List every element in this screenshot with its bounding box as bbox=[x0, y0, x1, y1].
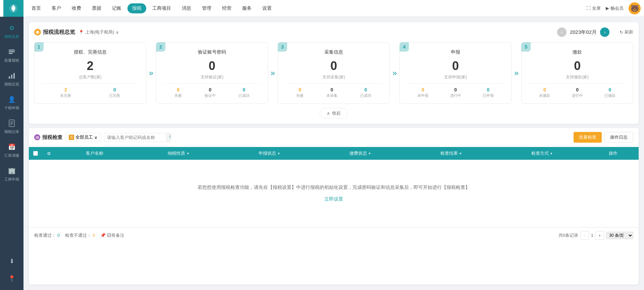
sidebar-label-settlement: 汇算清缴 bbox=[4, 153, 19, 158]
sidebar-item-download[interactable]: ⬇ bbox=[0, 253, 23, 269]
overview-header: ⊕ 报税流程总览 📍 上海(电子税局) ∨ ‹ 2023年02月 › ↻ 刷新 bbox=[34, 27, 633, 37]
month-nav: ‹ 2023年02月 › bbox=[557, 27, 609, 37]
step-4-stat-2-label: 已申报 bbox=[483, 93, 494, 98]
fullscreen-icon: ⛶ bbox=[586, 6, 591, 11]
nav-invoice[interactable]: 票据 bbox=[87, 3, 106, 13]
logo[interactable] bbox=[3, 0, 23, 17]
refresh-btn[interactable]: ↻ 刷新 bbox=[620, 29, 633, 35]
current-month: 2023年02月 bbox=[570, 29, 597, 35]
step-2-stat-2[interactable]: 0 已成功 bbox=[238, 87, 250, 98]
nav-setting[interactable]: 设置 bbox=[258, 3, 276, 13]
search-button[interactable]: 🔍 bbox=[166, 133, 171, 142]
sidebar-item-settlement[interactable]: 📅 汇算清缴 bbox=[0, 139, 23, 161]
batch-check-btn[interactable]: 批量检查 bbox=[574, 132, 602, 143]
filter-icon-method[interactable]: ▼ bbox=[550, 152, 553, 155]
tax-overview-icon bbox=[7, 71, 16, 80]
prev-month-btn[interactable]: ‹ bbox=[557, 27, 567, 37]
step-3-stat-1[interactable]: 0 未采集 bbox=[326, 87, 337, 98]
step-5-stat-0[interactable]: 0 未缴款 bbox=[539, 87, 550, 98]
nav-operate[interactable]: 经营 bbox=[217, 3, 236, 13]
step-5-stat-2[interactable]: 0 已缴款 bbox=[604, 87, 615, 98]
nav-message[interactable]: 消息 bbox=[177, 3, 196, 13]
step-3-stat-1-label: 未采集 bbox=[326, 93, 337, 98]
step-1-stats: 2 未完善 0 已完善 bbox=[41, 83, 139, 98]
step-1-stat-1-value: 0 bbox=[113, 87, 116, 92]
pass-count-link[interactable]: 0 bbox=[57, 233, 60, 238]
nav-fee[interactable]: 收费 bbox=[67, 3, 86, 13]
per-page-select[interactable]: 30 条/页 50 条/页 100 条/页 bbox=[606, 232, 633, 239]
collapse-up-icon: ∧ bbox=[327, 111, 330, 116]
sidebar-item-location[interactable]: 📍 bbox=[0, 271, 23, 287]
sidebar-item-tax-record[interactable]: 报税记录 bbox=[0, 115, 23, 138]
nav-tax[interactable]: 报税 bbox=[127, 3, 146, 13]
step-3-stat-0-value: 0 bbox=[299, 87, 301, 92]
step-1-stat-0-label: 未完善 bbox=[60, 93, 71, 98]
step-2-stat-1[interactable]: 0 验证中 bbox=[205, 87, 216, 98]
step-5-stat-1[interactable]: 0 进行中 bbox=[572, 87, 583, 98]
nav-account[interactable]: 记账 bbox=[107, 3, 126, 13]
sidebar-item-personal-tax[interactable]: 👤 个税申报 bbox=[0, 91, 23, 114]
fail-count-link[interactable]: 0 bbox=[93, 233, 95, 238]
step-1-stat-1[interactable]: 0 已完善 bbox=[109, 87, 120, 98]
refresh-icon: ↻ bbox=[620, 30, 623, 35]
table-col-check-result: 检查结果 ▼ bbox=[406, 147, 497, 160]
operation-log-btn[interactable]: 操作日志 bbox=[604, 132, 633, 143]
filter-icon-tax-type[interactable]: ▼ bbox=[186, 152, 190, 155]
step-4-count: 0 bbox=[407, 59, 504, 73]
nav-customer[interactable]: 客户 bbox=[47, 3, 66, 13]
location-tag[interactable]: 📍 上海(电子税局) ∨ bbox=[78, 29, 119, 35]
step-4-stat-0[interactable]: 0 未申报 bbox=[417, 87, 428, 98]
select-all-checkbox[interactable] bbox=[33, 151, 38, 156]
step-4-stat-2[interactable]: 0 已申报 bbox=[483, 87, 494, 98]
prev-page-btn[interactable]: ‹ bbox=[580, 231, 589, 240]
step-1-stat-0[interactable]: 2 未完善 bbox=[60, 87, 71, 98]
sidebar-label-batch-tax: 批量报税 bbox=[4, 58, 19, 63]
fullscreen-btn[interactable]: ⛶ 全屏 bbox=[586, 5, 601, 11]
table-col-fee-status: 缴费状态 ▼ bbox=[315, 147, 406, 160]
table-col-tax-type: 纳税性质 ▼ bbox=[133, 147, 224, 160]
step-2-stat-0-label: 失败 bbox=[174, 93, 182, 98]
next-page-btn[interactable]: › bbox=[595, 231, 604, 240]
step-3-stat-2[interactable]: 0 已成功 bbox=[360, 87, 371, 98]
step-4-stat-1[interactable]: 0 进行中 bbox=[450, 87, 461, 98]
overview-plus-icon: ⊕ bbox=[34, 29, 41, 35]
step-2-stat-0-value: 0 bbox=[177, 87, 179, 92]
empty-row: 若您想使用报税检查功能，请先在【报税设置】中进行报税的初始化设置，完成密码验证和… bbox=[29, 160, 639, 227]
empty-state-cell: 若您想使用报税检查功能，请先在【报税设置】中进行报税的初始化设置，完成密码验证和… bbox=[29, 160, 639, 227]
filter-icon-declare[interactable]: ▼ bbox=[277, 152, 280, 155]
filter-icon-result[interactable]: ▼ bbox=[459, 152, 462, 155]
sidebar-item-annual-report[interactable]: 🏢 工商年报 bbox=[0, 163, 23, 185]
next-month-btn[interactable]: › bbox=[600, 27, 609, 37]
location-icon-small: 📍 bbox=[78, 30, 84, 35]
sidebar-item-batch-tax[interactable]: 批量报税 bbox=[0, 44, 23, 66]
collapse-btn[interactable]: ∧ 收起 bbox=[320, 108, 348, 119]
arrow-3: » bbox=[390, 42, 399, 104]
nav-business[interactable]: 工商项目 bbox=[148, 3, 176, 13]
step-5-stat-2-label: 已缴款 bbox=[604, 93, 615, 98]
search-input[interactable] bbox=[104, 133, 166, 142]
vip-btn[interactable]: ▶ 畅会员 bbox=[606, 5, 624, 11]
nav-manage[interactable]: 管理 bbox=[197, 3, 216, 13]
step-3-stat-0[interactable]: 0 失败 bbox=[296, 87, 304, 98]
svg-point-1 bbox=[12, 7, 14, 9]
sidebar-item-tax-settings[interactable]: ⚙ 报税设置 bbox=[0, 20, 23, 43]
step-3-stat-2-value: 0 bbox=[365, 87, 367, 92]
step-2-stat-0[interactable]: 0 失败 bbox=[174, 87, 182, 98]
staff-filter[interactable]: 员 全部员工 ∨ bbox=[66, 133, 101, 142]
filter-icon-fee[interactable]: ▼ bbox=[368, 152, 371, 155]
sidebar-label-tax-record: 报税记录 bbox=[4, 129, 19, 134]
batch-tax-icon bbox=[7, 47, 16, 57]
sidebar-item-tax-overview[interactable]: 报税总览 bbox=[0, 68, 23, 90]
settings-icon[interactable]: ⚙ bbox=[47, 151, 51, 156]
pagination: 共0条记录 ‹ 1 › 30 条/页 50 条/页 100 条/页 bbox=[558, 231, 633, 240]
content-area: ⊕ 报税流程总览 📍 上海(电子税局) ∨ ‹ 2023年02月 › ↻ 刷新 bbox=[23, 17, 644, 290]
step-5-stat-1-value: 0 bbox=[576, 87, 579, 92]
step-1-subtitle: 总客户数(家) bbox=[41, 74, 139, 80]
nav-service[interactable]: 服务 bbox=[237, 3, 256, 13]
step-4-subtitle: 支持申报(家) bbox=[407, 74, 504, 80]
user-avatar[interactable]: 🐻 bbox=[629, 2, 641, 14]
step-5-stat-2-value: 0 bbox=[608, 87, 611, 92]
nav-home[interactable]: 首页 bbox=[27, 3, 46, 13]
svg-rect-10 bbox=[10, 123, 13, 124]
quick-setup-link[interactable]: 立即设置 bbox=[40, 195, 628, 203]
